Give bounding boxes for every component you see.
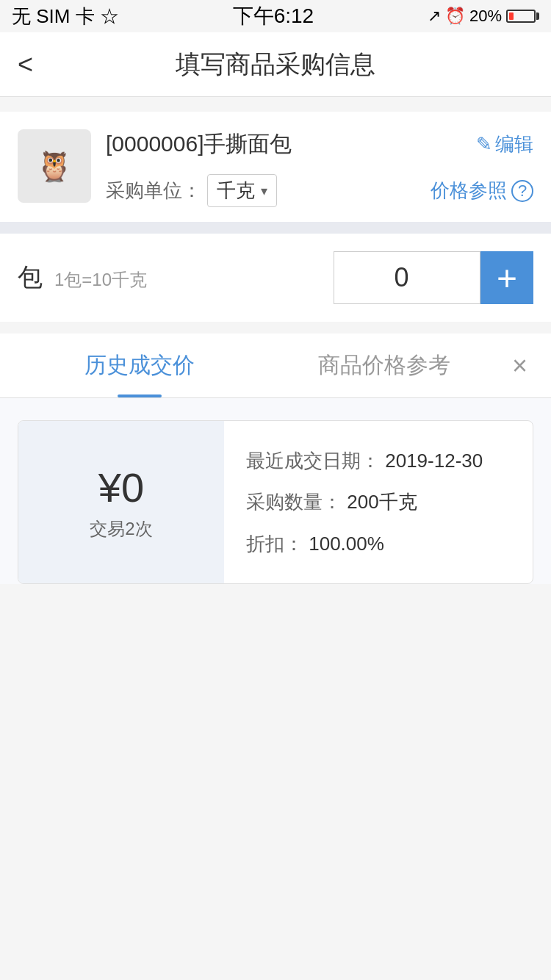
price-amount: ¥0	[98, 464, 144, 511]
purchase-quantity-row: 采购数量： 200千克	[246, 489, 511, 515]
edit-label: 编辑	[495, 131, 533, 157]
unit-select[interactable]: 千克 ▾	[207, 174, 277, 207]
back-icon: <	[18, 49, 33, 79]
tabs-row: 历史成交价 商品价格参考 ×	[0, 334, 551, 398]
price-panel: 历史成交价 商品价格参考 × ¥0 交易2次 最近成交日期： 2019-12-3…	[0, 334, 551, 584]
product-name: [0000006]手撕面包	[106, 129, 292, 159]
discount-row: 折扣： 100.00%	[246, 530, 511, 557]
chevron-down-icon: ▾	[261, 183, 267, 199]
latest-date-row: 最近成交日期： 2019-12-30	[246, 447, 511, 474]
location-icon: ↗	[428, 7, 441, 26]
section-divider	[0, 222, 551, 234]
latest-date-label: 最近成交日期：	[246, 450, 380, 472]
price-reference-button[interactable]: 价格参照 ?	[431, 178, 533, 203]
tab-history-price[interactable]: 历史成交价	[18, 334, 262, 397]
tab-reference-label: 商品价格参考	[318, 350, 450, 381]
page-title: 填写商品采购信息	[176, 48, 375, 82]
battery-percent: 20%	[469, 7, 502, 26]
alarm-icon: ⏰	[445, 7, 465, 26]
tab-history-label: 历史成交价	[84, 350, 195, 381]
quantity-value: 200千克	[347, 491, 417, 513]
status-bar: 无 SIM 卡 ☆ 下午6:12 ↗ ⏰ 20%	[0, 0, 551, 32]
help-icon: ?	[511, 180, 533, 202]
trade-count: 交易2次	[90, 517, 152, 541]
edit-button[interactable]: ✎ 编辑	[476, 131, 533, 157]
quantity-conversion: 1包=10千克	[54, 268, 147, 292]
price-details: 最近成交日期： 2019-12-30 采购数量： 200千克 折扣： 100.0…	[224, 421, 533, 583]
unit-label: 采购单位：	[106, 178, 201, 203]
discount-value: 100.00%	[309, 533, 384, 555]
history-price-card: ¥0 交易2次 最近成交日期： 2019-12-30 采购数量： 200千克 折…	[18, 420, 533, 584]
tab-active-underline	[118, 394, 162, 397]
price-ref-label: 价格参照	[431, 178, 507, 203]
quantity-plus-button[interactable]: +	[480, 251, 533, 304]
product-header: [0000006]手撕面包 ✎ 编辑	[106, 129, 533, 159]
nav-bar: < 填写商品采购信息	[0, 32, 551, 97]
quantity-label: 采购数量：	[246, 491, 342, 513]
tab-price-reference[interactable]: 商品价格参考	[262, 334, 505, 397]
product-unit-row: 采购单位： 千克 ▾ 价格参照 ?	[106, 174, 533, 207]
product-thumbnail: 🦉	[18, 129, 91, 203]
back-button[interactable]: <	[18, 49, 33, 80]
quantity-input[interactable]	[334, 251, 480, 304]
quantity-input-group: +	[334, 251, 533, 304]
quantity-row: 包 1包=10千克 +	[0, 234, 551, 322]
status-right: ↗ ⏰ 20%	[428, 7, 539, 26]
plus-icon: +	[497, 258, 517, 298]
unit-value: 千克	[217, 178, 255, 203]
status-time: 下午6:12	[233, 2, 314, 30]
panel-close-button[interactable]: ×	[506, 345, 533, 387]
quantity-label-group: 包 1包=10千克	[18, 261, 147, 295]
product-info: [0000006]手撕面包 ✎ 编辑 采购单位： 千克 ▾ 价格参照 ?	[106, 129, 533, 207]
price-value: 0	[121, 464, 144, 511]
product-card: 🦉 [0000006]手撕面包 ✎ 编辑 采购单位： 千克 ▾ 价格参照 ?	[0, 112, 551, 222]
product-logo-icon: 🦉	[36, 149, 73, 184]
price-summary: ¥0 交易2次	[18, 421, 224, 583]
status-left: 无 SIM 卡 ☆	[12, 4, 119, 29]
discount-label: 折扣：	[246, 533, 303, 555]
edit-icon: ✎	[476, 133, 492, 156]
latest-date-value: 2019-12-30	[385, 450, 483, 472]
quantity-unit: 包	[18, 261, 43, 295]
currency-symbol: ¥	[98, 464, 121, 511]
battery-icon	[506, 10, 539, 23]
